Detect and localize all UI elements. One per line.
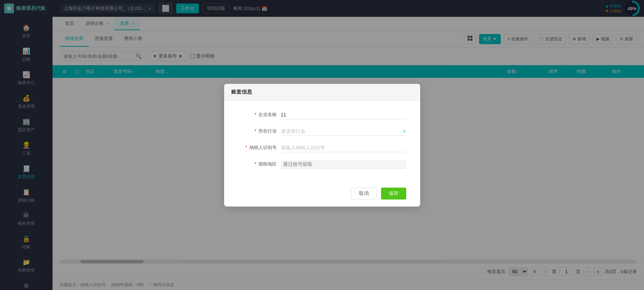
modal-footer: 取消 保存 — [224, 183, 420, 207]
tax-region-label: * 报税地区 — [238, 161, 277, 167]
tax-region-input — [281, 160, 406, 169]
company-name-row: * 企业名称 — [238, 110, 406, 119]
industry-select[interactable]: 请选择行业 — [281, 127, 401, 135]
modal-body: * 企业名称 * 所在行业 请选择行业 ∨ — [224, 101, 420, 183]
company-name-input[interactable] — [281, 110, 406, 119]
company-name-label: * 企业名称 — [238, 112, 277, 118]
modal-title: 账套信息 — [231, 89, 252, 95]
tax-region-row: * 报税地区 — [238, 160, 406, 169]
industry-required: * — [255, 128, 256, 134]
save-button[interactable]: 保存 — [381, 188, 406, 200]
tax-id-row: * 纳税人识别号 — [238, 143, 406, 152]
tax-id-required: * — [245, 145, 247, 150]
modal-header: 账套信息 — [224, 84, 420, 101]
account-info-modal: 账套信息 * 企业名称 * 所在行业 请选择行业 — [224, 84, 420, 207]
industry-row: * 所在行业 请选择行业 ∨ — [238, 127, 406, 136]
tax-id-label: * 纳税人识别号 — [238, 144, 277, 151]
industry-select-wrap: 请选择行业 ∨ — [281, 127, 406, 136]
industry-label: * 所在行业 — [238, 128, 277, 134]
tax-id-input[interactable] — [281, 143, 406, 152]
tax-region-required: * — [255, 161, 256, 167]
company-name-required: * — [255, 112, 256, 117]
cancel-button[interactable]: 取消 — [351, 188, 377, 200]
modal-overlay: 账套信息 * 企业名称 * 所在行业 请选择行业 — [0, 0, 644, 290]
industry-dropdown-icon: ∨ — [403, 128, 406, 134]
